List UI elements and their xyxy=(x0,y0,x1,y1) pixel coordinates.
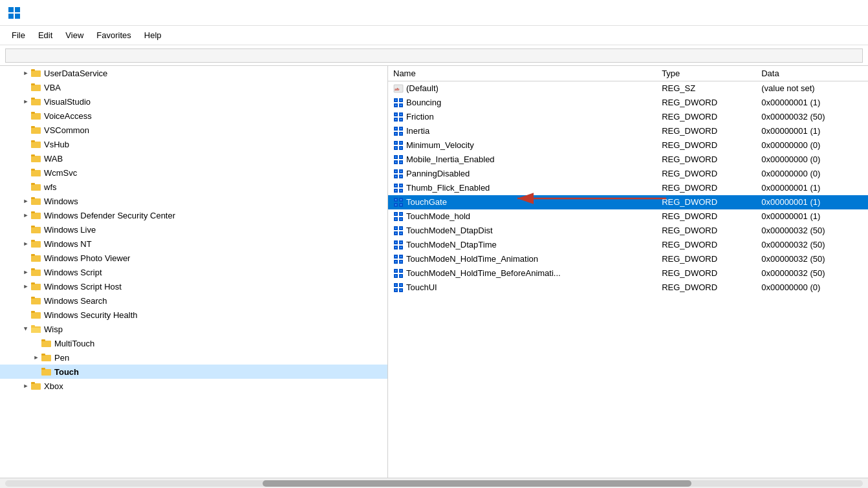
tree-label-WindowsScript: Windows Script xyxy=(44,268,102,277)
tree-label-WindowsNT: Windows NT xyxy=(44,239,92,249)
tree-item-WindowsNT[interactable]: ►Windows NT xyxy=(0,237,387,251)
maximize-button[interactable] xyxy=(801,0,830,26)
svg-rect-105 xyxy=(395,185,396,186)
address-path[interactable] xyxy=(5,48,863,63)
tree-item-WcmSvc[interactable]: ►WcmSvc xyxy=(0,165,387,180)
menu-item-help[interactable]: Help xyxy=(138,28,168,43)
tree-item-VBA[interactable]: ►VBA xyxy=(0,80,387,94)
folder-icon-Touch xyxy=(41,366,52,377)
folder-icon-WAB xyxy=(31,153,41,164)
bottom-scrollbar[interactable] xyxy=(0,478,868,488)
tree-item-WindowsSearch[interactable]: ►Windows Search xyxy=(0,293,387,308)
scrollbar-thumb[interactable] xyxy=(263,480,691,487)
minimize-button[interactable] xyxy=(771,0,801,26)
folder-icon-VBA xyxy=(31,82,41,92)
table-row-mobile_inertia_enabled[interactable]: Mobile_Inertia_EnabledREG_DWORD0x0000000… xyxy=(388,153,868,167)
svg-rect-1 xyxy=(15,7,20,12)
table-row-touchmoden_dtaptime[interactable]: TouchModeN_DtapTimeREG_DWORD0x00000032 (… xyxy=(388,238,868,252)
close-button[interactable] xyxy=(830,0,860,26)
reg-icon-touchmode_hold xyxy=(393,211,404,222)
svg-rect-17 xyxy=(31,154,35,156)
reg-icon-friction xyxy=(393,112,404,122)
tree-item-wfs[interactable]: ►wfs xyxy=(0,180,387,194)
registry-table: Name Type Data ab (Default)REG_SZ(value … xyxy=(388,66,868,295)
folder-icon-MultiTouch xyxy=(41,338,52,348)
tree-item-WindowsPhotoViewer[interactable]: ►Windows Photo Viewer xyxy=(0,251,387,265)
reg-icon-touchmoden_dtaptime xyxy=(393,240,404,250)
table-row-touchmoden_dtapdist[interactable]: TouchModeN_DtapDistREG_DWORD0x00000032 (… xyxy=(388,224,868,238)
tree-item-Pen[interactable]: ►Pen xyxy=(0,350,387,365)
tree-item-Xbox[interactable]: ►Xbox xyxy=(0,379,387,393)
table-row-panningdisabled[interactable]: PanningDisabledREG_DWORD0x00000000 (0) xyxy=(388,167,868,181)
col-name: Name xyxy=(388,66,656,81)
reg-icon-touchmoden_dtapdist xyxy=(393,226,404,236)
scrollbar-track[interactable] xyxy=(5,480,863,487)
cell-type-touchmode_hold: REG_DWORD xyxy=(656,209,756,224)
tree-item-Wisp[interactable]: ►Wisp xyxy=(0,322,387,336)
svg-rect-33 xyxy=(31,268,35,270)
folder-icon-VoiceAccess xyxy=(31,111,41,121)
reg-name-thumb_flick_enabled: Thumb_Flick_Enabled xyxy=(406,183,490,193)
svg-rect-19 xyxy=(31,169,35,171)
folder-icon-WindowsLive xyxy=(31,224,41,235)
cell-data-touchmoden_dtapdist: 0x00000032 (50) xyxy=(756,224,868,238)
tree-item-WindowsScript[interactable]: ►Windows Script xyxy=(0,265,387,279)
table-row-bouncing[interactable]: BouncingREG_DWORD0x00000001 (1) xyxy=(388,96,868,110)
svg-rect-58 xyxy=(400,100,402,101)
svg-rect-73 xyxy=(395,128,396,129)
tree-item-WindowsScriptHost[interactable]: ►Windows Script Host xyxy=(0,279,387,293)
table-row-touchmode_hold[interactable]: TouchMode_holdREG_DWORD0x00000001 (1) xyxy=(388,209,868,224)
table-row-touchui[interactable]: TouchUIREG_DWORD0x00000000 (0) xyxy=(388,281,868,295)
svg-rect-21 xyxy=(31,183,35,185)
svg-rect-83 xyxy=(395,147,396,149)
tree-item-Windows[interactable]: ►Windows xyxy=(0,194,387,208)
tree-label-VoiceAccess: VoiceAccess xyxy=(44,111,92,121)
svg-rect-13 xyxy=(31,126,35,128)
tree-label-Xbox: Xbox xyxy=(44,381,63,391)
folder-icon-WcmSvc xyxy=(31,167,41,178)
table-row-touchmoden_holdtime_animation[interactable]: TouchModeN_HoldTime_AnimationREG_DWORD0x… xyxy=(388,252,868,266)
svg-rect-106 xyxy=(400,185,402,186)
menu-item-view[interactable]: View xyxy=(59,28,90,43)
tree-item-WAB[interactable]: ►WAB xyxy=(0,151,387,165)
address-bar xyxy=(0,45,868,66)
tree-item-VisualStudio[interactable]: ►VisualStudio xyxy=(0,94,387,109)
svg-rect-25 xyxy=(31,211,35,213)
table-row-touchgate[interactable]: TouchGateREG_DWORD0x00000001 (1) xyxy=(388,195,868,209)
tree-item-VSCommon[interactable]: ►VSCommon xyxy=(0,123,387,137)
table-row-default[interactable]: ab (Default)REG_SZ(value not set) xyxy=(388,81,868,96)
tree-item-Touch[interactable]: ►Touch xyxy=(0,365,387,379)
svg-rect-130 xyxy=(400,228,402,229)
svg-rect-8 xyxy=(31,99,41,105)
svg-rect-7 xyxy=(31,83,35,85)
menu-item-file[interactable]: File xyxy=(5,28,32,43)
svg-rect-113 xyxy=(395,199,396,200)
reg-icon-bouncing xyxy=(393,98,404,108)
cell-name-minimum_velocity: Minimum_Velocity xyxy=(388,138,656,153)
tree-item-WindowsLive[interactable]: ►Windows Live xyxy=(0,222,387,237)
table-row-inertia[interactable]: InertiaREG_DWORD0x00000001 (1) xyxy=(388,124,868,138)
svg-rect-129 xyxy=(395,228,396,229)
svg-rect-156 xyxy=(400,275,402,277)
tree-item-WindowsSecurityHealth[interactable]: ►Windows Security Health xyxy=(0,308,387,322)
svg-rect-161 xyxy=(395,284,396,286)
table-row-touchmoden_holdtime_beforeanimati[interactable]: TouchModeN_HoldTime_BeforeAnimati...REG_… xyxy=(388,266,868,281)
menu-item-edit[interactable]: Edit xyxy=(32,28,59,43)
tree-item-MultiTouch[interactable]: ►MultiTouch xyxy=(0,336,387,350)
title-bar xyxy=(0,0,868,26)
menu-item-favorites[interactable]: Favorites xyxy=(90,28,137,43)
tree-item-WindowsDefender[interactable]: ►Windows Defender Security Center xyxy=(0,208,387,222)
svg-rect-98 xyxy=(400,171,402,172)
tree-item-VoiceAccess[interactable]: ►VoiceAccess xyxy=(0,109,387,123)
svg-rect-124 xyxy=(400,218,402,220)
tree-arrow-UserDataService: ► xyxy=(21,66,31,80)
table-row-thumb_flick_enabled[interactable]: Thumb_Flick_EnabledREG_DWORD0x00000001 (… xyxy=(388,181,868,195)
table-row-friction[interactable]: FrictionREG_DWORD0x00000032 (50) xyxy=(388,110,868,124)
svg-rect-90 xyxy=(400,156,402,158)
table-row-minimum_velocity[interactable]: Minimum_VelocityREG_DWORD0x00000000 (0) xyxy=(388,138,868,153)
svg-rect-91 xyxy=(395,162,396,163)
svg-rect-121 xyxy=(395,213,396,215)
tree-item-VsHub[interactable]: ►VsHub xyxy=(0,137,387,151)
tree-item-UserDataService[interactable]: ►UserDataService xyxy=(0,66,387,80)
folder-icon-WindowsSecurityHealth xyxy=(31,310,41,320)
